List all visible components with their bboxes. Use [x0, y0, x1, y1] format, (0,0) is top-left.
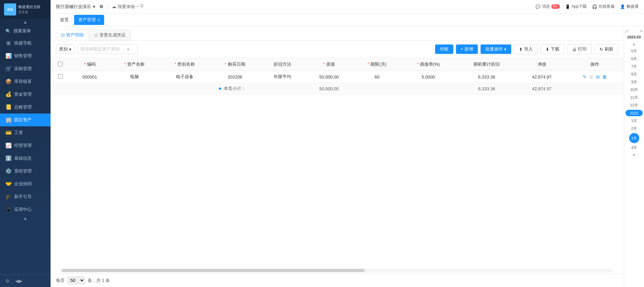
- add-btn[interactable]: + 新增: [456, 44, 478, 54]
- gear-settings-icon[interactable]: ⚙: [99, 4, 103, 9]
- panel-down-arrow[interactable]: ▼: [631, 152, 637, 158]
- close-panel-icon[interactable]: ×: [640, 28, 643, 34]
- category-filter[interactable]: 类别 ▾: [56, 44, 74, 54]
- duplicate-icon[interactable]: ⧉: [596, 74, 600, 80]
- row-checkbox[interactable]: [51, 71, 70, 83]
- sidebar-item-search[interactable]: 🔍 搜索菜单: [0, 25, 51, 37]
- sidebar-item-system[interactable]: ⚙️ 系统管理: [0, 165, 51, 178]
- sidebar-item-sales[interactable]: 📊 销售管理: [0, 50, 51, 62]
- system-icon: ⚙️: [5, 168, 11, 174]
- subtab-change-voucher[interactable]: ⊟ 变更生成凭证: [89, 30, 131, 40]
- sidebar-item-payroll[interactable]: 💳 工资: [0, 126, 51, 139]
- calendar-month-4[interactable]: 4月: [624, 144, 644, 152]
- col-residual-rate: 残值率(%): [401, 58, 456, 71]
- collapse-icon[interactable]: ◀▶: [15, 278, 23, 284]
- print-icon: 🖨: [572, 47, 577, 52]
- sidebar: AtA 畅捷通好业财 普及版 ▲ 🔍 搜索菜单 ⊞ 快捷导航 📊 销售管理 🛒 …: [0, 0, 51, 287]
- settings-icon[interactable]: ⚙: [5, 278, 10, 284]
- user-avatar-icon: 👤: [620, 4, 625, 9]
- category-filter-label: 类别: [59, 46, 68, 52]
- row-depreciation-method: 年限平均: [260, 71, 305, 83]
- year-2023-label: 2023: [625, 110, 643, 116]
- col-checkbox[interactable]: [51, 58, 70, 71]
- table-row: 000001 电脑 电子设备 202206 年限平均 50,000.00 60 …: [51, 71, 624, 83]
- right-panel: ⤢ × 2023.03 ▲ 5月 6月 7月 8月 9月 10月 11月 12月…: [624, 26, 644, 287]
- calendar-month-5[interactable]: 5月: [624, 47, 644, 55]
- sidebar-item-basic-info[interactable]: ℹ️ 基础信息: [0, 152, 51, 165]
- service-btn[interactable]: 🎧 在线客服: [592, 4, 615, 9]
- calendar-month-9[interactable]: 9月: [624, 78, 644, 86]
- tab-asset-management[interactable]: 资产管理 ×: [74, 15, 104, 25]
- sidebar-logo: AtA 畅捷通好业财 普及版: [0, 0, 51, 19]
- export-btn[interactable]: ⬆ 导入: [514, 44, 538, 54]
- main-content: 医疗器械行业演示 ▾ ⚙ ☁ 我要体验一下 💬 消息 99+ 📱 App下载 🎧…: [51, 0, 644, 287]
- sidebar-scroll-up[interactable]: ▲: [0, 19, 51, 25]
- per-page-select[interactable]: 50 10 20 100: [67, 277, 85, 284]
- company-selector[interactable]: 医疗器械行业演示 ▾: [56, 4, 95, 10]
- row-purchase-date: 202206: [210, 71, 260, 83]
- h-scrollbar[interactable]: [61, 269, 613, 272]
- msg-badge: 99+: [551, 4, 559, 9]
- category-filter-arrow: ▾: [69, 47, 71, 52]
- sidebar-item-label: 经营管理: [14, 142, 32, 149]
- change-voucher-icon: ⊟: [94, 33, 98, 38]
- calendar-month-12[interactable]: 12月: [624, 101, 644, 109]
- calendar-month-7[interactable]: 7月: [624, 63, 644, 70]
- expand-icon[interactable]: ⤢: [625, 28, 629, 34]
- category-input[interactable]: 请选择固定资产类别 ▾: [77, 44, 138, 54]
- sidebar-item-funds[interactable]: 💰 资金管理: [0, 88, 51, 101]
- sidebar-item-fixed-assets[interactable]: 🏢 固定资产: [0, 114, 51, 126]
- sidebar-item-inventory[interactable]: 📦 库存核算: [0, 75, 51, 88]
- funds-icon: 💰: [5, 91, 11, 97]
- sidebar-item-quick-nav[interactable]: ⊞ 快捷导航: [0, 37, 51, 50]
- total-label: 条，共 1 条: [88, 278, 110, 284]
- col-initial-depreciation: 期初累计折旧: [456, 58, 518, 71]
- pagination: 每页 50 10 20 100 条，共 1 条: [51, 274, 624, 287]
- app-label: App下载: [572, 4, 587, 9]
- calendar-month-8[interactable]: 8月: [624, 70, 644, 78]
- select-all-checkbox[interactable]: [58, 62, 63, 66]
- user-btn[interactable]: 👤 畅捷通: [620, 4, 639, 9]
- row-initial-depreciation: 6,333.36: [456, 71, 518, 83]
- sidebar-item-purchase[interactable]: 🛒 采购管理: [0, 62, 51, 75]
- reconcile-btn[interactable]: 对账: [435, 44, 453, 54]
- calendar-month-2[interactable]: 2月: [624, 125, 644, 132]
- col-depreciation-method: 折旧方法: [260, 58, 305, 71]
- sidebar-scroll-down[interactable]: ▼: [0, 216, 51, 222]
- sidebar-bottom: ⚙ ◀▶: [0, 275, 51, 287]
- experience-btn[interactable]: ☁ 我要体验一下: [112, 4, 144, 10]
- sidebar-item-guide[interactable]: 🎓 新手引导: [0, 190, 51, 203]
- row-net-value: 42,874.97: [518, 71, 566, 83]
- msg-btn[interactable]: 💬 消息 99+: [535, 4, 559, 9]
- subtab-asset-detail[interactable]: ⊡ 资产明细: [56, 30, 89, 40]
- print-btn[interactable]: 🖨 打印: [567, 44, 592, 54]
- batch-btn[interactable]: 批量操作 ▾: [481, 44, 511, 54]
- calendar-month-1[interactable]: 1月: [624, 117, 644, 125]
- app-center-icon: 📱: [5, 206, 11, 213]
- calendar-month-10[interactable]: 10月: [624, 86, 644, 94]
- guide-icon: 🎓: [5, 194, 11, 200]
- sidebar-item-app-center[interactable]: 📱 应用中心: [0, 203, 51, 216]
- download-btn[interactable]: ⬇ 下载: [541, 44, 564, 54]
- calendar-month-11[interactable]: 11月: [624, 94, 644, 101]
- tab-close-btn[interactable]: ×: [98, 18, 100, 22]
- company-name: 医疗器械行业演示: [56, 4, 91, 10]
- copy-icon[interactable]: ⊘: [589, 74, 593, 79]
- calendar-month-3-current[interactable]: 3月: [629, 133, 639, 143]
- sidebar-item-cooperation[interactable]: 🤝 企业协同: [0, 178, 51, 190]
- app-download-btn[interactable]: 📱 App下载: [565, 4, 587, 9]
- edit-icon[interactable]: ✎: [583, 74, 587, 79]
- calendar-month-6[interactable]: 6月: [624, 55, 644, 63]
- panel-year-header: 2023.03: [627, 34, 642, 40]
- panel-up-arrow[interactable]: ▲: [631, 40, 637, 47]
- sidebar-search-label: 搜索菜单: [13, 28, 31, 34]
- delete-icon[interactable]: 🗑: [602, 74, 607, 79]
- experience-label: 我要体验一下: [118, 4, 144, 10]
- sidebar-item-label: 系统管理: [14, 168, 32, 174]
- refresh-btn[interactable]: ↻ 刷新: [594, 44, 618, 54]
- service-label: 在线客服: [599, 4, 615, 9]
- row-select-checkbox[interactable]: [58, 74, 63, 79]
- sidebar-item-operations[interactable]: 📈 经营管理: [0, 139, 51, 152]
- sidebar-item-ledger[interactable]: 📒 总账管理: [0, 101, 51, 114]
- tab-home[interactable]: 首页: [56, 15, 73, 25]
